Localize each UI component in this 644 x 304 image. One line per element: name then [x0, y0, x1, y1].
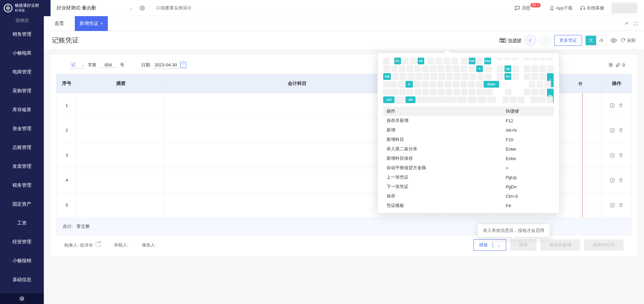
refresh-button[interactable]: 刷新: [620, 37, 636, 43]
date-input[interactable]: 2023-04-30: [153, 61, 188, 69]
edit-icon[interactable]: [96, 242, 100, 247]
col-seq: 序号: [57, 74, 77, 93]
creator-label: 制单人:: [64, 243, 79, 248]
voucher-seq-input[interactable]: 004: [98, 62, 118, 68]
cell-seq: 2: [57, 118, 77, 143]
svg-point-7: [21, 298, 23, 299]
sidebar-item-salary[interactable]: 工资: [0, 214, 44, 233]
sidebar-item-assets[interactable]: 固定资产: [0, 195, 44, 214]
sidebar-item-basicinfo[interactable]: 基础信息: [0, 270, 44, 289]
view-toggle-icon[interactable]: [610, 37, 617, 44]
voucher-footer: 制单人: 徐泽华 审核人: 修改人: 模板 ⌵: [56, 235, 632, 251]
app-download-link[interactable]: App下载: [549, 5, 573, 11]
messages-link[interactable]: 消息 99 +: [514, 5, 542, 11]
row-add-icon[interactable]: [610, 178, 615, 183]
tab-close-icon[interactable]: ×: [100, 21, 103, 26]
brand-icon: [3, 3, 13, 13]
svg-rect-5: [581, 8, 582, 9]
shortcut-keys-label: 快捷键: [508, 37, 521, 43]
fullscreen-icon[interactable]: [633, 21, 638, 26]
cell-summary[interactable]: [77, 93, 165, 118]
save-button: 保存: [510, 239, 536, 251]
workspace-selector[interactable]: 好业财测试-量勿删 ⌵: [57, 5, 132, 11]
auditor-label: 审核人:: [114, 242, 128, 247]
sc-key: F4: [502, 201, 554, 210]
row-delete-icon[interactable]: [618, 203, 623, 208]
row-delete-icon[interactable]: [618, 128, 623, 133]
brand-logo: 畅捷通好业财 标准版: [0, 0, 51, 16]
sc-key: Enter: [502, 144, 554, 154]
sc-head-key: 快捷键: [502, 107, 554, 116]
chevron-down-icon: ⌵: [498, 243, 500, 248]
sidebar-item-reimburse[interactable]: 小畅报销: [0, 251, 44, 270]
sidebar-item-inventory[interactable]: 库存核算: [0, 100, 44, 119]
tab-new-voucher[interactable]: 新增凭证 ×: [75, 16, 108, 31]
mobile-icon: [549, 5, 555, 11]
online-service-link[interactable]: 在线客服: [580, 5, 604, 11]
sc-op: 新增科目保存: [383, 154, 502, 163]
svg-point-14: [613, 39, 615, 41]
sidebar-item-funds[interactable]: 资金管理: [0, 119, 44, 138]
user-avatar[interactable]: [612, 3, 637, 13]
row-delete-icon[interactable]: [618, 103, 623, 108]
tab-label: 新增凭证: [80, 21, 98, 27]
row-add-icon[interactable]: [610, 103, 615, 108]
row-delete-icon[interactable]: [618, 153, 623, 158]
row-add-icon[interactable]: [610, 153, 615, 158]
sheet-label: 张: [609, 62, 613, 68]
sidebar-item-sales[interactable]: 销售管理: [0, 25, 44, 44]
sidebar-item-ledger[interactable]: 总账管理: [0, 138, 44, 157]
size-small[interactable]: 小: [596, 36, 607, 45]
row-delete-icon[interactable]: [618, 178, 623, 183]
shortcut-row: 保存并新增F12: [383, 116, 554, 125]
title-bar: 记账凭证 快捷键 更多凭证 大 小 刷新: [44, 31, 644, 50]
chevron-down-icon: ⌵: [82, 62, 84, 67]
sidebar-item-invoice[interactable]: 发票管理: [0, 157, 44, 176]
demo-link-label: 我要看实例演示: [161, 5, 191, 11]
size-large[interactable]: 大: [586, 36, 596, 45]
shortcut-row: 自动平衡借贷方金额=: [383, 163, 554, 173]
tab-close-all[interactable]: ×: [625, 20, 628, 27]
total-text: 零元整: [76, 224, 90, 229]
calendar-icon: [180, 62, 186, 68]
row-add-icon[interactable]: [610, 203, 615, 208]
sidebar-item[interactable]: 营销活: [0, 16, 44, 25]
refresh-icon: [620, 38, 626, 43]
sidebar-settings[interactable]: [0, 293, 44, 304]
prev-voucher-button[interactable]: [525, 35, 536, 46]
voucher-type-select[interactable]: 记 ⌵: [70, 61, 86, 69]
cell-summary[interactable]: [77, 118, 165, 143]
svg-rect-12: [504, 39, 504, 40]
shortcut-row: 录入第二条分录Enter: [383, 144, 554, 154]
sidebar-item-ec-manage[interactable]: 电商管理: [0, 63, 44, 82]
sc-op: 下一张凭证: [383, 182, 502, 191]
row-add-icon[interactable]: [610, 128, 615, 133]
svg-point-4: [552, 9, 552, 9]
sidebar-item-purchase[interactable]: 采购管理: [0, 82, 44, 100]
sidebar-item-tax[interactable]: 税务管理: [0, 176, 44, 195]
workspace-name: 好业财测试-量勿删: [57, 5, 96, 11]
sc-op: 保存: [383, 191, 502, 201]
shortcut-row: 下一张凭证PgDn: [383, 182, 554, 191]
tab-home[interactable]: 首页: [50, 16, 69, 31]
save-and-print-button: 保存并打印: [584, 239, 623, 251]
cell-seq: 5: [57, 193, 77, 218]
sidebar-item-business[interactable]: 经营管理: [0, 233, 44, 251]
sc-op: 保存并新增: [383, 116, 502, 125]
cell-summary[interactable]: [77, 143, 165, 168]
sidebar: 营销活 销售管理 小畅电商 电商管理 采购管理 库存核算 资金管理 总账管理 发…: [0, 16, 44, 304]
next-voucher-button[interactable]: [540, 35, 551, 46]
cell-summary[interactable]: [77, 168, 165, 193]
modifier-label: 修改人:: [142, 242, 156, 247]
cell-summary[interactable]: [77, 193, 165, 218]
shortcut-row: 新增科目保存Enter: [383, 154, 554, 163]
more-vouchers-button[interactable]: 更多凭证: [554, 35, 582, 46]
attachment-icon[interactable]: [615, 62, 620, 68]
sc-key: Alt+N: [502, 125, 554, 135]
demo-link[interactable]: 我要看实例演示: [155, 5, 191, 11]
shortcut-keys-link[interactable]: 快捷键: [499, 37, 521, 43]
sidebar-item-xiaochang-ec[interactable]: 小畅电商: [0, 44, 44, 63]
template-button[interactable]: 模板 ⌵: [473, 239, 506, 251]
sc-op: 新增: [383, 125, 502, 135]
settings-icon[interactable]: [139, 5, 145, 11]
